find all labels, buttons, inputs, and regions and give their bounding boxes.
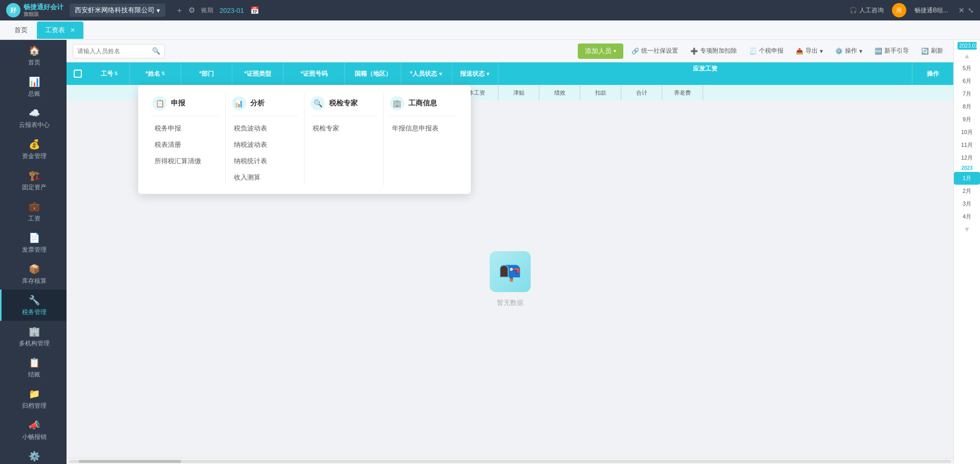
tax-payment-fluctuation-item[interactable]: 纳税波动表 bbox=[232, 137, 298, 153]
export-button[interactable]: 📤 导出 ▾ bbox=[792, 45, 827, 57]
timeline-month-12[interactable]: 12月 bbox=[954, 151, 980, 164]
top-header: 好 畅捷通好会计 旗舰版 西安虾米网络科技有限公司 ▾ ＋ ⚙ 账期 2023-… bbox=[0, 0, 980, 20]
sidebar-item-assets[interactable]: 🏗️ 固定资产 bbox=[0, 165, 67, 196]
assets-icon: 🏗️ bbox=[29, 170, 40, 181]
timeline-month-6[interactable]: 6月 bbox=[954, 75, 980, 87]
tab-salary-table[interactable]: 工资表 ✕ bbox=[37, 21, 83, 39]
pension-label: 养老费 bbox=[674, 89, 691, 97]
name-sort-icon[interactable]: ⇅ bbox=[161, 71, 165, 76]
maximize-window-button[interactable]: ⤡ bbox=[968, 6, 974, 14]
sidebar-item-ledger[interactable]: 📊 总账 bbox=[0, 71, 67, 102]
scrollbar-thumb[interactable] bbox=[79, 460, 181, 463]
main-layout: 🏠 首页 📊 总账 ☁️ 云报表中心 💰 资金管理 🏗️ 固定资产 💼 工资 📄… bbox=[0, 40, 980, 464]
expense-icon: 📣 bbox=[29, 419, 40, 431]
horizontal-scrollbar[interactable] bbox=[67, 458, 953, 464]
timeline-month-2[interactable]: 2月 bbox=[954, 185, 980, 197]
select-all-checkbox[interactable] bbox=[74, 70, 82, 78]
allowance-label: 津贴 bbox=[513, 89, 525, 97]
new-guide-button[interactable]: 🆕 新手引导 bbox=[870, 45, 913, 57]
th-id-type-label: *证照类型 bbox=[244, 70, 271, 78]
add-person-button[interactable]: 添加人员 ▾ bbox=[578, 43, 623, 59]
table-header: 工号 ⇅ *姓名 ⇅ *部门 *证照类型 *证照号码 国籍（地区） *人员状态 … bbox=[67, 62, 953, 85]
tax-dropdown-menu: 📋 申报 税务申报 税表清册 所得税汇算清缴 📊 分析 税负波动表 纳税波动表 … bbox=[138, 85, 471, 194]
company-selector[interactable]: 西安虾米网络科技有限公司 ▾ bbox=[70, 4, 165, 17]
export-label: 导出 bbox=[805, 47, 818, 55]
timeline-month-3[interactable]: 3月 bbox=[954, 197, 980, 210]
multi-org-icon: 🏢 bbox=[29, 326, 40, 337]
special-deduction-button[interactable]: ➕ 专项附加扣除 bbox=[686, 45, 741, 57]
annual-report-item[interactable]: 年报信息申报表 bbox=[390, 120, 457, 137]
sidebar-item-archive[interactable]: 📁 归档管理 bbox=[0, 383, 67, 414]
close-window-button[interactable]: ✕ bbox=[959, 6, 965, 14]
refresh-button[interactable]: 🔄 刷新 bbox=[917, 45, 947, 57]
operations-label: 操作 bbox=[845, 47, 857, 55]
sidebar-item-closing[interactable]: 📋 结账 bbox=[0, 352, 67, 383]
income-estimation-item[interactable]: 收入测算 bbox=[232, 169, 298, 186]
calendar-icon[interactable]: 📅 bbox=[250, 6, 259, 14]
analysis-title: 📊 分析 bbox=[232, 93, 298, 116]
sidebar-item-tax[interactable]: 🔧 税务管理 bbox=[0, 290, 67, 321]
sidebar-item-cloud-report[interactable]: ☁️ 云报表中心 bbox=[0, 102, 67, 134]
operations-button[interactable]: ⚙️ 操作 ▾ bbox=[831, 45, 866, 57]
timeline-month-8[interactable]: 8月 bbox=[954, 100, 980, 113]
period-value: 2023-01 bbox=[220, 7, 244, 14]
tax-fluctuation-item[interactable]: 税负波动表 bbox=[232, 120, 298, 137]
timeline-month-9[interactable]: 9月 bbox=[954, 113, 980, 126]
th-dept: *部门 bbox=[181, 62, 232, 85]
settings-icon[interactable]: ⚙ bbox=[188, 6, 195, 15]
th-nationality: 国籍（地区） bbox=[345, 62, 401, 85]
tax-declaration-button[interactable]: 🧾 个税申报 bbox=[745, 45, 788, 57]
income-tax-item[interactable]: 所得税汇算清缴 bbox=[153, 153, 219, 169]
sidebar-item-inventory[interactable]: 📦 库存核算 bbox=[0, 258, 67, 290]
sidebar-label-expense: 小畅报销 bbox=[22, 433, 47, 441]
timeline-month-5[interactable]: 5月 bbox=[954, 62, 980, 75]
settings-icon: ⚙️ bbox=[29, 451, 40, 462]
th-id-number: *证照号码 bbox=[284, 62, 345, 85]
th-employee-id: 工号 ⇅ bbox=[89, 62, 130, 85]
timeline-month-11[interactable]: 11月 bbox=[954, 139, 980, 151]
tax-expert-item[interactable]: 税检专家 bbox=[311, 120, 377, 137]
header-icons: ＋ ⚙ bbox=[176, 6, 195, 15]
timeline-month-1[interactable]: 1月 bbox=[954, 172, 980, 185]
th-checkbox[interactable] bbox=[67, 70, 89, 78]
sidebar-item-funds[interactable]: 💰 资金管理 bbox=[0, 134, 67, 165]
tab-close-icon[interactable]: ✕ bbox=[70, 27, 75, 34]
sidebar-item-home[interactable]: 🏠 首页 bbox=[0, 40, 67, 71]
user-name[interactable]: 畅捷通B组... bbox=[914, 6, 948, 15]
timeline-down-arrow[interactable]: ▼ bbox=[962, 223, 973, 235]
timeline-month-7[interactable]: 7月 bbox=[954, 87, 980, 100]
tax-statistics-item[interactable]: 纳税统计表 bbox=[232, 153, 298, 169]
report-filter-icon[interactable]: ▼ bbox=[486, 71, 491, 77]
tax-icon: 🔧 bbox=[29, 295, 40, 306]
sidebar-item-salary[interactable]: 💼 工资 bbox=[0, 196, 67, 227]
ledger-icon: 📊 bbox=[29, 76, 40, 87]
tab-home[interactable]: 首页 bbox=[6, 21, 36, 39]
status-filter-icon[interactable]: ▼ bbox=[438, 71, 443, 77]
sidebar-item-multi-org[interactable]: 🏢 多机构管理 bbox=[0, 321, 67, 352]
th-dept-label: *部门 bbox=[199, 70, 214, 78]
timeline-up-arrow[interactable]: ▲ bbox=[962, 50, 973, 62]
sidebar-label-funds: 资金管理 bbox=[22, 152, 47, 161]
search-input[interactable] bbox=[77, 48, 149, 55]
th-report-status: 报送状态 ▼ bbox=[452, 62, 498, 85]
sidebar-label-ledger: 总账 bbox=[28, 90, 40, 98]
th-payable-wage-group: 应发工资 bbox=[498, 62, 912, 85]
sidebar-label-salary: 工资 bbox=[28, 214, 40, 223]
tax-declaration-item[interactable]: 税务申报 bbox=[153, 120, 219, 137]
tax-table-item[interactable]: 税表清册 bbox=[153, 137, 219, 153]
social-insurance-button[interactable]: 🔗 统一社保设置 bbox=[627, 45, 682, 57]
tax-expert-title: 🔍 税检专家 bbox=[311, 93, 377, 116]
sidebar-item-expense[interactable]: 📣 小畅报销 bbox=[0, 414, 67, 446]
add-button[interactable]: ＋ bbox=[176, 6, 183, 15]
timeline-month-4[interactable]: 4月 bbox=[954, 210, 980, 223]
th-name-label: *姓名 bbox=[145, 70, 160, 78]
th-status-label: *人员状态 bbox=[410, 70, 437, 78]
service-button[interactable]: 🎧 人工咨询 bbox=[850, 6, 884, 15]
sidebar-item-invoice[interactable]: 📄 发票管理 bbox=[0, 227, 67, 258]
tax-declaration-label: 个税申报 bbox=[759, 47, 783, 55]
sort-icon[interactable]: ⇅ bbox=[114, 71, 118, 76]
sidebar-item-basic-settings[interactable]: ⚙️ 基础设置 bbox=[0, 446, 67, 464]
dropdown-section-tax-expert: 🔍 税检专家 税检专家 bbox=[304, 93, 384, 186]
analysis-label: 分析 bbox=[250, 99, 265, 108]
timeline-month-10[interactable]: 10月 bbox=[954, 126, 980, 139]
